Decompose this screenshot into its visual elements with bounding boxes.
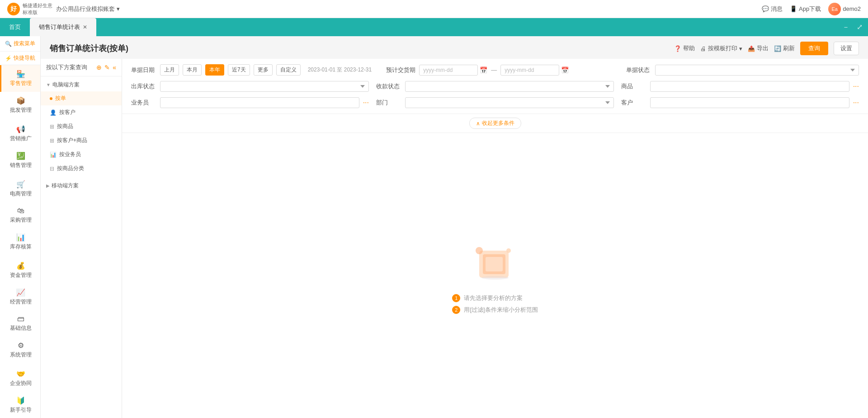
department-select[interactable]	[405, 97, 614, 108]
scheme-group-mobile-header[interactable]: ▶ 移动端方案	[41, 179, 122, 192]
scheme-group-pc: ▼ 电脑端方案 按单 👤 按客户 ⊞ 按商品	[41, 76, 122, 177]
query-btn[interactable]: 查询	[800, 42, 828, 55]
enterprise-icon: 🤝	[16, 370, 25, 378]
customer-input[interactable]	[650, 97, 849, 108]
sidebar-item-enterprise[interactable]: 🤝 企业协同	[0, 365, 40, 392]
add-scheme-icon[interactable]: ⊕	[96, 64, 102, 71]
tab-bar: 首页 销售订单统计表 ✕ － ⤢	[0, 18, 868, 36]
product-more-icon[interactable]: ···	[853, 82, 859, 90]
export-icon: 📤	[748, 45, 755, 52]
settings-btn[interactable]: 设置	[834, 42, 859, 55]
export-btn[interactable]: 📤 导出	[748, 44, 769, 52]
customer-group: 客户 ···	[621, 97, 859, 108]
scheme-item-by-customer[interactable]: 👤 按客户	[41, 105, 122, 119]
expected-date-group: 预计交货期 📅 — 📅	[386, 65, 619, 76]
sidebar-item-system[interactable]: ⚙ 系统管理	[0, 337, 40, 363]
date-btn-more[interactable]: 更多	[254, 64, 273, 76]
sidebar-item-retail[interactable]: 🏪 零售管理	[0, 65, 40, 92]
scheme-group-pc-header[interactable]: ▼ 电脑端方案	[41, 78, 122, 91]
ship-status-label: 出库状态	[131, 82, 156, 90]
ship-status-select[interactable]	[160, 81, 369, 92]
empty-svg	[470, 237, 520, 287]
top-bar-right: 💬 消息 📱 App下载 Ea demo2	[762, 3, 861, 15]
empty-area: 1 请先选择要分析的方案 2 用[过滤]条件来缩小分析范围	[122, 133, 868, 418]
date-range-display: 2023-01-01 至 2023-12-31	[308, 66, 372, 74]
marketing-icon: 📢	[16, 125, 25, 133]
expected-date-from[interactable]	[419, 65, 478, 76]
date-btn-last-7-days[interactable]: 近7天	[228, 64, 250, 76]
sidebar-item-marketing[interactable]: 📢 营销推广	[0, 120, 40, 147]
calendar-to-icon[interactable]: 📅	[561, 66, 569, 74]
salesperson-group: 业务员 ···	[131, 97, 369, 108]
message-icon: 💬	[762, 5, 769, 12]
salesperson-input[interactable]	[160, 97, 359, 108]
maximize-icon[interactable]: ⤢	[855, 21, 864, 34]
active-dot	[50, 97, 52, 100]
page-actions: ❓ 帮助 🖨 按模板打印 ▾ 📤 导出 🔄 刷新 查询 设置	[674, 42, 859, 55]
sales-icon: 💹	[16, 152, 25, 160]
sidebar-item-inventory[interactable]: 📊 库存核算	[0, 228, 40, 255]
tab-sales-order-stats[interactable]: 销售订单统计表 ✕	[30, 18, 96, 36]
customer-more-icon[interactable]: ···	[853, 99, 859, 107]
filter-row-2: 出库状态 收款状态 商品	[131, 81, 859, 92]
edit-scheme-icon[interactable]: ✎	[104, 64, 110, 71]
payment-status-select[interactable]	[405, 81, 614, 92]
sidebar-item-basics[interactable]: 🗃 基础信息	[0, 310, 40, 337]
sidebar-item-finance[interactable]: 💰 资金管理	[0, 257, 40, 284]
salesperson-more-icon[interactable]: ···	[363, 99, 369, 107]
tab-home[interactable]: 首页	[0, 18, 30, 36]
person-icon: 👤	[50, 109, 57, 116]
date-btn-custom[interactable]: 自定义	[276, 64, 301, 76]
logo-area: 好 畅捷通好生意 标准版	[7, 2, 52, 15]
date-btn-this-year[interactable]: 本年	[205, 64, 224, 76]
ecommerce-icon: 🛒	[16, 180, 25, 189]
sidebar-item-sales[interactable]: 💹 销售管理	[0, 147, 40, 174]
sidebar-item-operations[interactable]: 📈 经营管理	[0, 284, 40, 310]
help-icon: ❓	[674, 45, 681, 52]
order-status-select[interactable]	[655, 65, 859, 76]
inventory-icon: 📊	[16, 233, 25, 242]
sidebar-item-newbie[interactable]: 🔰 新手引导	[0, 392, 40, 418]
filter-date-group: 单据日期 上月 本月 本年 近7天 更多 自定义	[131, 64, 301, 76]
print-icon: 🖨	[700, 45, 706, 52]
template-print-btn[interactable]: 🖨 按模板打印 ▾	[700, 44, 742, 52]
company-selector[interactable]: 办公用品行业模拟账套 ▾	[56, 5, 120, 13]
empty-hint-2: 2 用[过滤]条件来缩小分析范围	[452, 306, 538, 314]
refresh-btn[interactable]: 🔄 刷新	[774, 44, 795, 52]
scheme-item-by-customer-product[interactable]: ⊞ 按客户+商品	[41, 133, 122, 147]
help-btn[interactable]: ❓ 帮助	[674, 44, 695, 52]
svg-point-4	[506, 248, 511, 253]
scheme-item-by-product[interactable]: ⊞ 按商品	[41, 119, 122, 133]
empty-hints: 1 请先选择要分析的方案 2 用[过滤]条件来缩小分析范围	[452, 294, 538, 314]
chevron-down-icon: ▾	[739, 45, 742, 52]
sidebar-search[interactable]: 🔍 帮助 搜索菜单	[0, 36, 40, 52]
product-input[interactable]	[650, 81, 849, 92]
search-icon: 🔍	[5, 41, 12, 47]
user-avatar[interactable]: Ea demo2	[828, 3, 861, 15]
sidebar-item-purchase[interactable]: 🛍 采购管理	[0, 202, 40, 228]
payment-status-label: 收款状态	[376, 82, 401, 90]
date-btn-this-month[interactable]: 本月	[183, 64, 202, 76]
logo-icon: 好	[7, 3, 20, 15]
collapse-panel-icon[interactable]: «	[113, 64, 116, 71]
collapse-btn-area[interactable]: ∧ 收起更多条件	[122, 114, 868, 133]
chevron-up-icon: ∧	[476, 120, 480, 127]
collapse-btn[interactable]: ∧ 收起更多条件	[469, 118, 521, 129]
filter-row-1: 单据日期 上月 本月 本年 近7天 更多 自定义 2023-01-01 至 20…	[131, 64, 859, 76]
date-btn-last-month[interactable]: 上月	[160, 64, 179, 76]
scheme-item-by-product-category[interactable]: ⊟ 按商品分类	[41, 162, 122, 176]
tab-close-icon[interactable]: ✕	[83, 24, 87, 30]
app-download-btn[interactable]: 📱 App下载	[790, 5, 821, 13]
sidebar-item-ecommerce[interactable]: 🛒 电商管理	[0, 176, 40, 202]
salesperson-label: 业务员	[131, 99, 156, 107]
scheme-item-by-order[interactable]: 按单	[41, 91, 122, 105]
sidebar-nav-shortcut[interactable]: ⚡ 快捷导航	[0, 52, 40, 65]
scheme-item-by-salesperson[interactable]: 📊 按业务员	[41, 147, 122, 162]
calendar-from-icon[interactable]: 📅	[480, 66, 487, 74]
expected-date-to[interactable]	[500, 65, 559, 76]
message-btn[interactable]: 💬 消息	[762, 5, 783, 13]
left-panel-actions: ⊕ ✎ «	[96, 64, 116, 71]
sidebar-item-wholesale[interactable]: 📦 批发管理	[0, 92, 40, 119]
order-date-label: 单据日期	[131, 66, 156, 74]
minimize-icon[interactable]: －	[840, 21, 851, 34]
